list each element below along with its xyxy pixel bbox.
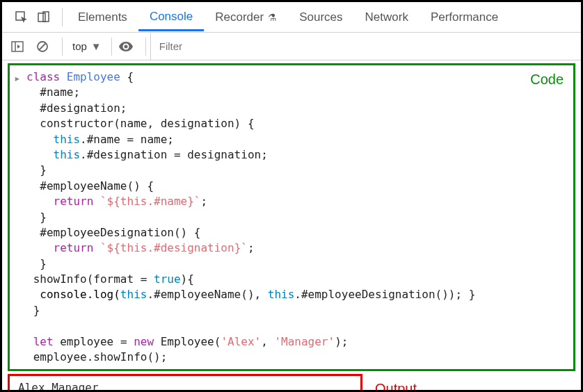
- code-line: let employee = new Employee('Alex', 'Man…: [26, 334, 566, 350]
- tab-elements[interactable]: Elements: [67, 3, 138, 31]
- code-annotation-label: Code: [530, 70, 564, 89]
- clear-console-icon[interactable]: [33, 37, 52, 56]
- svg-marker-5: [17, 44, 20, 49]
- svg-rect-1: [38, 13, 45, 22]
- code-annotation-box: Code ▸ class Employee { #name; #designat…: [8, 63, 575, 371]
- code-line: }: [26, 163, 566, 178]
- code-line: #name;: [26, 85, 566, 100]
- filter-input[interactable]: [150, 33, 581, 60]
- code-line: #employeeName() {: [26, 179, 566, 194]
- tab-sources[interactable]: Sources: [288, 3, 353, 31]
- divider: [62, 38, 63, 56]
- divider: [62, 8, 63, 26]
- svg-line-7: [39, 43, 46, 50]
- divider: [145, 38, 146, 56]
- code-line: #employeeDesignation() {: [26, 225, 566, 240]
- code-line: this.#designation = designation;: [26, 147, 566, 163]
- output-row: Alex Manager Output: [8, 374, 575, 392]
- code-line: return `${this.#designation}`;: [26, 240, 566, 256]
- code-line: class Employee {: [26, 70, 566, 85]
- live-expression-icon[interactable]: [116, 37, 136, 56]
- flask-icon: ⚗: [268, 12, 277, 23]
- code-line: }: [26, 303, 566, 318]
- sidebar-toggle-icon[interactable]: [8, 37, 27, 56]
- output-annotation-label: Output: [375, 379, 417, 392]
- divider: [111, 38, 112, 56]
- context-selector[interactable]: top ▼: [67, 40, 107, 52]
- code-line: constructor(name, designation) {: [26, 116, 566, 131]
- inspect-element-icon[interactable]: [15, 10, 29, 24]
- code-line: [26, 318, 566, 334]
- chevron-down-icon: ▼: [91, 40, 102, 52]
- tab-recorder-label: Recorder: [215, 10, 264, 24]
- code-line: this.#name = name;: [26, 132, 566, 147]
- code-line: }: [26, 210, 566, 225]
- tab-network[interactable]: Network: [354, 3, 420, 31]
- tab-console[interactable]: Console: [138, 3, 204, 31]
- console-toolbar: top ▼: [2, 33, 581, 60]
- code-line: #designation;: [26, 101, 566, 116]
- code-line: employee.showInfo();: [26, 350, 566, 365]
- tabbar-left-icons: [8, 10, 58, 24]
- devtools-tabbar: Elements Console Recorder ⚗ Sources Netw…: [2, 2, 581, 33]
- code-line: showInfo(format = true){: [26, 272, 566, 287]
- tab-recorder[interactable]: Recorder ⚗: [204, 3, 288, 31]
- tab-performance[interactable]: Performance: [420, 3, 509, 31]
- console-body: Code ▸ class Employee { #name; #designat…: [2, 63, 581, 392]
- device-toolbar-icon[interactable]: [37, 10, 51, 24]
- context-label: top: [72, 40, 87, 52]
- code-line: console.log(this.#employeeName(), this.#…: [26, 287, 566, 302]
- svg-point-8: [124, 44, 127, 48]
- expand-chevron-icon[interactable]: ▸: [14, 71, 21, 86]
- code-line: return `${this.#name}`;: [26, 194, 566, 209]
- code-line: }: [26, 256, 566, 272]
- console-output: Alex Manager: [8, 374, 362, 392]
